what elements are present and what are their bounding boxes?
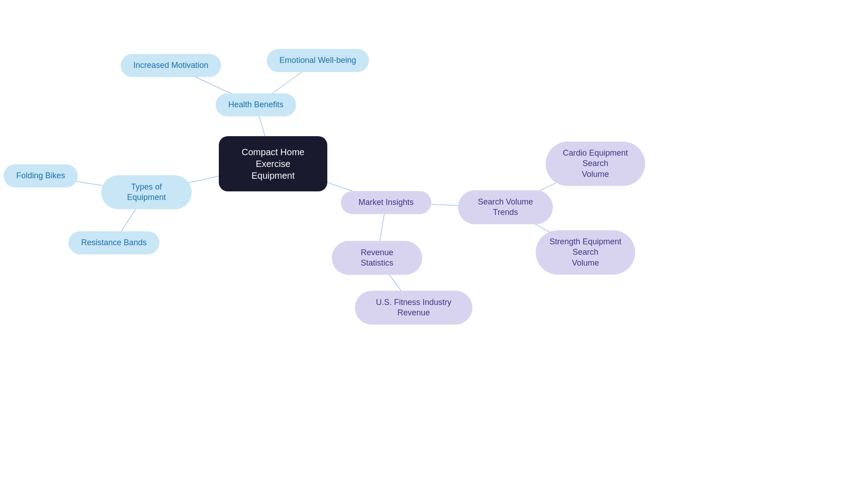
node-market_insights: Market Insights xyxy=(341,191,431,214)
node-health_benefits: Health Benefits xyxy=(216,93,296,116)
node-types_of_equipment: Types of Equipment xyxy=(101,176,192,209)
node-increased_motivation: Increased Motivation xyxy=(121,54,221,77)
node-strength_equipment: Strength Equipment Search Volume xyxy=(536,230,635,275)
node-revenue_statistics: Revenue Statistics xyxy=(332,241,422,275)
node-center: Compact Home Exercise Equipment xyxy=(219,136,327,191)
node-search_volume_trends: Search Volume Trends xyxy=(458,190,553,224)
node-folding_bikes: Folding Bikes xyxy=(4,164,78,187)
node-cardio_equipment: Cardio Equipment Search Volume xyxy=(546,142,645,186)
node-resistance_bands: Resistance Bands xyxy=(68,231,159,254)
node-emotional_wellbeing: Emotional Well-being xyxy=(267,49,369,72)
node-us_fitness_revenue: U.S. Fitness Industry Revenue xyxy=(355,291,472,325)
